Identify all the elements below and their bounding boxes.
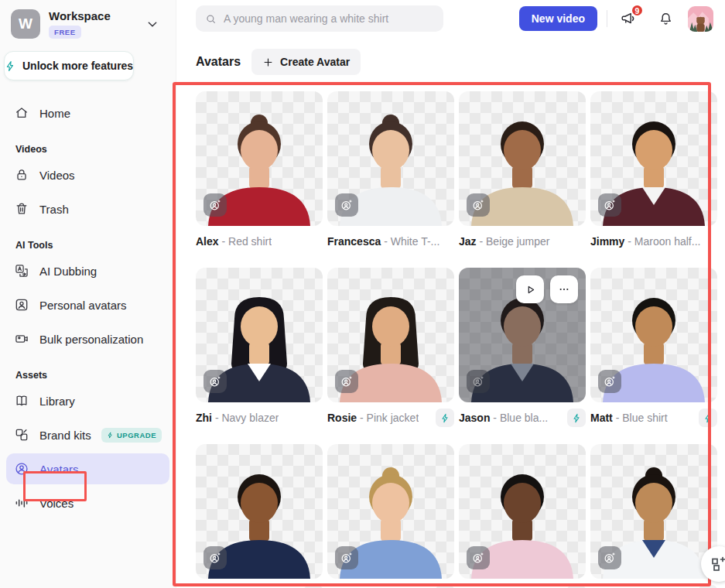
sidebar-item-label: Personal avatars [39,299,127,312]
avatar-name: Jimmy [590,235,624,248]
avatar-card[interactable] [590,91,717,226]
avatar-descriptor: Navy blazer [221,412,279,424]
sidebar-item-brand-kits[interactable]: Brand kits UPGRADE [6,419,169,450]
avatar-card[interactable] [196,444,323,579]
avatar-descriptor: Red shirt [228,235,272,248]
avatar-descriptor: Maroon half... [634,235,701,248]
sidebar-item-library[interactable]: Library [6,385,169,416]
avatar-card[interactable] [590,444,717,579]
sidebar-item-ai-dubbing[interactable]: AI Dubbing [6,255,169,286]
ai-avatar-badge [203,546,227,569]
sidebar-item-avatars[interactable]: Avatars [6,453,169,484]
avatar-cell: Matt - Blue shirt [590,268,717,427]
book-icon [14,393,29,409]
avatar-card[interactable] [459,268,586,402]
more-options-button[interactable] [550,275,578,303]
express-bolt-badge [699,409,717,427]
ai-avatar-badge [467,546,490,569]
avatar-card[interactable] [327,91,454,226]
avatar-name: Matt [590,412,613,424]
person-card-icon [14,297,29,313]
avatar-descriptor: Beige jumper [486,235,550,248]
topbar-divider [607,10,607,27]
avatar-card[interactable] [327,268,454,402]
unlock-label: Unlock more features [22,60,133,72]
avatar-caption: Ali - Pink shirt [459,585,586,588]
avatar-caption: Zhi - Navy blazer [196,409,323,427]
avatar-descriptor: Blue shirt [622,412,667,424]
search-input[interactable] [224,12,434,25]
sidebar-item-bulk-personalization[interactable]: Bulk personalization [6,323,169,354]
express-bolt-badge [567,585,586,588]
sidebar-item-videos[interactable]: Videos [6,159,169,190]
avatar-name: Jaz [459,235,477,248]
avatar-cell: Jaz - Beige jumper [459,91,586,251]
avatar-cell: Alex - Red shirt [196,91,323,251]
avatar-cell: Alisha - White Tu... [590,444,717,588]
workspace-name: Workspace [49,9,111,22]
section-header-videos: Videos [15,144,169,155]
avatar-name: Alex [196,235,219,248]
bolt-icon [5,60,16,72]
ai-avatar-badge [203,370,227,393]
avatar-card[interactable] [196,268,323,402]
search-icon [205,13,217,25]
ai-avatar-badge [335,370,358,393]
avatar-cell: Rosie - Pink jacket [327,268,454,427]
announcements-icon[interactable]: 9 [618,9,638,29]
avatar-card[interactable] [327,444,454,579]
lock-icon [14,167,29,183]
avatar-card[interactable] [196,91,323,226]
sidebar-item-trash[interactable]: Trash [6,193,169,224]
plan-badge: FREE [49,26,81,39]
ai-avatar-badge [598,546,621,569]
new-video-button[interactable]: New video [519,6,597,31]
avatar-caption: Ada - Blue shirt [327,585,454,588]
sidebar-item-voices[interactable]: Voices [6,487,169,518]
bell-icon[interactable] [655,9,675,29]
create-avatar-button[interactable]: Create Avatar [251,49,361,75]
avatar-card[interactable] [459,444,586,579]
ai-avatar-badge [598,370,621,393]
home-icon [14,105,29,121]
avatar-caption: Matt - Blue shirt [590,409,717,427]
avatar-name: Francesca [327,235,381,248]
sidebar-item-label: Avatars [39,463,79,476]
sidebar-item-label: Bulk personalization [39,333,143,346]
avatar-caption: Francesca - White T-... [327,232,454,251]
avatar-name: Jason [459,412,490,424]
sidebar-item-personal-avatars[interactable]: Personal avatars [6,289,169,320]
sidebar-item-label: Home [39,107,70,120]
sidebar-item-label: Brand kits [39,429,91,442]
ai-avatar-badge [335,193,358,217]
avatar-card[interactable] [590,268,717,402]
avatar-descriptor: White T-... [391,235,440,248]
ai-avatar-badge [203,193,227,217]
avatar-cell: Jason - Blue bla... [459,268,586,427]
avatar-cell: Zhi - Navy blazer [196,268,323,427]
profile-avatar[interactable] [688,6,713,32]
page-title: Avatars [196,55,241,69]
express-bolt-badge [699,585,717,588]
avatar-card[interactable] [459,91,586,226]
upgrade-badge: UPGRADE [101,428,162,443]
sidebar-item-label: Trash [39,203,69,216]
avatar-caption: Jaz - Beige jumper [459,232,586,251]
search-box[interactable] [196,5,443,32]
workspace-switcher[interactable]: W Workspace FREE [0,0,176,43]
avatar-cell: Alisha - Navy ho... [196,444,323,588]
avatar-caption: Rosie - Pink jacket [327,409,454,427]
express-bolt-badge [567,409,586,427]
play-button[interactable] [516,275,544,303]
sidebar-item-label: Voices [39,497,74,510]
express-bolt-badge [436,409,454,427]
sidebar-item-label: Library [39,395,75,408]
sidebar-item-home[interactable]: Home [6,97,169,128]
main-area: New video 9 Avatars Create Ava [176,0,725,588]
chevron-down-icon[interactable] [146,18,159,30]
avatar-caption: Alisha - Navy ho... [196,585,323,588]
unlock-more-features-button[interactable]: Unlock more features [4,51,134,80]
section-header-assets: Assets [15,370,169,381]
sidebar: W Workspace FREE Unlock more features Ho… [0,0,176,588]
translate-icon [14,263,29,279]
